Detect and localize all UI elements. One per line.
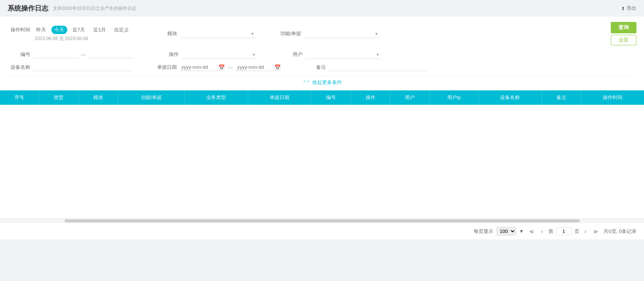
col-type: 类型 [39,90,78,105]
collapse-label: 收起更多条件 [312,79,342,86]
time-filter-label: 操作时间 [8,26,30,33]
col-operation: 操作 [351,90,390,105]
function-label: 功能/单据 [278,30,301,37]
prev-page-button[interactable]: ‹ [539,228,545,235]
number-range: — [33,51,133,58]
page-label: 第 [548,228,553,235]
number-dash: — [81,52,86,57]
pagination: 每页显示 100 50 200 ▼ ⊲ ‹ 第 页 › ⊳ 共0页, 0条记录 [0,223,644,239]
time-range-display: 2023-06-06 至 2023-06-06 [35,36,88,41]
time-filter-group: 操作时间 昨天 今天 近7天 近1月 自定义 2023-06-06 至 2023… [8,26,132,42]
action-buttons: 查询 设置 [611,22,636,45]
voucher-date-dash: — [228,65,233,70]
user-select-wrapper: ▼ [306,50,381,59]
time-btn-custom[interactable]: 自定义 [111,26,132,34]
operation-filter-group: 操作 ▼ [156,50,257,59]
function-select-wrapper: ▼ [304,29,380,38]
first-page-button[interactable]: ⊲ [527,228,536,235]
query-button[interactable]: 查询 [611,22,636,33]
number-input-from[interactable] [33,51,79,58]
col-voucher-date: 单据日期 [248,90,311,105]
number-input-to[interactable] [88,51,133,58]
user-select[interactable] [307,51,372,58]
device-filter-group: 设备名称 [8,64,131,71]
col-biz-type: 业务类型 [185,90,248,105]
number-filter-group: 编号 — [8,51,133,58]
collapse-icon: ⌃⌃ [303,80,310,85]
function-select[interactable] [306,30,371,37]
function-chevron-icon: ▼ [375,31,378,36]
export-label: 导出 [627,5,636,12]
col-index: 序号 [0,90,39,105]
device-label: 设备名称 [8,64,30,71]
operation-select-wrapper: ▼ [182,50,257,59]
note-label: 备注 [303,64,326,71]
function-filter-group: 功能/单据 ▼ [278,29,380,38]
note-input[interactable] [329,64,427,71]
col-op-time: 操作时间 [581,90,644,105]
filter-panel: 操作时间 昨天 今天 近7天 近1月 自定义 2023-06-06 至 2023… [0,17,644,90]
device-input[interactable] [33,64,131,71]
page-subtitle: 支持2020年10月31日之后产生的操作日志 [53,5,136,12]
page-suffix: 页 [575,228,579,235]
col-module: 模块 [79,90,118,105]
time-btn-1month[interactable]: 近1月 [90,26,109,34]
page-title: 系统操作日志 [8,4,48,13]
col-user: 用户 [390,90,429,105]
table-container: 序号 类型 模块 功能/单据 业务类型 单据日期 编号 操作 用户 用户ip 设… [0,90,644,218]
module-select-wrapper: ▼ [180,29,256,38]
filter-row-3: 设备名称 单据日期 📅 — 📅 备注 [8,64,636,71]
time-btn-7days[interactable]: 近7天 [69,26,88,34]
export-icon: ⬆ [621,6,625,11]
module-chevron-icon: ▼ [251,31,255,36]
user-label: 用户 [280,51,303,58]
user-chevron-icon: ▼ [376,52,380,56]
filter-row-1: 操作时间 昨天 今天 近7天 近1月 自定义 2023-06-06 至 2023… [8,22,636,45]
page-size-select[interactable]: 100 50 200 [496,227,516,236]
col-user-ip: 用户ip [429,90,478,105]
module-label: 模块 [154,30,177,37]
operation-chevron-icon: ▼ [252,52,256,56]
table-header-row: 序号 类型 模块 功能/单据 业务类型 单据日期 编号 操作 用户 用户ip 设… [0,90,644,105]
time-buttons: 昨天 今天 近7天 近1月 自定义 [33,26,132,34]
filter-row-2: 编号 — 操作 ▼ 用户 ▼ [8,50,636,59]
scrollbar-track [65,219,580,222]
time-btn-today[interactable]: 今天 [51,26,67,34]
table-header: 序号 类型 模块 功能/单据 业务类型 单据日期 编号 操作 用户 用户ip 设… [0,90,644,105]
user-filter-group: 用户 ▼ [280,50,381,59]
export-button[interactable]: ⬆ 导出 [621,5,636,12]
next-page-button[interactable]: › [582,228,589,235]
empty-area [0,105,644,218]
module-select[interactable] [182,30,247,37]
total-info: 共0页, 0条记录 [604,228,636,235]
page-number-input[interactable] [556,227,571,235]
col-number: 编号 [311,90,351,105]
data-table: 序号 类型 模块 功能/单据 业务类型 单据日期 编号 操作 用户 用户ip 设… [0,90,644,218]
table-body [0,105,644,218]
last-page-button[interactable]: ⊳ [591,228,601,235]
module-filter-group: 模块 ▼ [154,29,256,38]
note-filter-group: 备注 [303,64,427,71]
voucher-date-from-wrapper: 📅 [180,64,225,71]
voucher-date-from[interactable] [180,64,218,71]
col-function: 功能/单据 [118,90,184,105]
settings-button[interactable]: 设置 [611,35,636,45]
per-page-label: 每页显示 [474,228,493,235]
voucher-date-label: 单据日期 [154,64,177,71]
page-header: 系统操作日志 支持2020年10月31日之后产生的操作日志 ⬆ 导出 [0,0,644,17]
operation-select[interactable] [183,51,248,58]
operation-label: 操作 [156,51,179,58]
voucher-date-to[interactable] [236,64,273,71]
time-btn-yesterday[interactable]: 昨天 [33,26,49,34]
calendar-icon-to[interactable]: 📅 [274,64,281,70]
calendar-icon-from[interactable]: 📅 [218,64,225,70]
col-device: 设备名称 [478,90,542,105]
voucher-date-filter-group: 单据日期 📅 — 📅 [154,64,281,71]
col-note: 备注 [542,90,581,105]
number-label: 编号 [8,51,30,58]
page-size-chevron: ▼ [519,228,524,234]
collapse-button[interactable]: ⌃⌃ 收起更多条件 [8,76,636,89]
voucher-date-to-wrapper: 📅 [236,64,281,71]
horizontal-scrollbar[interactable] [0,218,644,223]
